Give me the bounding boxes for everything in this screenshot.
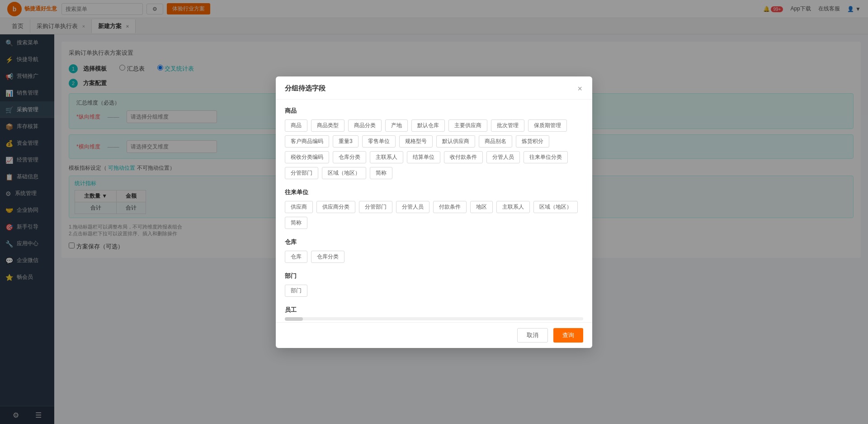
field-tag[interactable]: 炼货积分 [516,135,549,148]
section-title-partner: 往来单位 [285,188,583,196]
field-tag[interactable]: 商品类型 [311,119,344,132]
field-tag[interactable]: 税收分类编码 [285,151,329,163]
field-tag[interactable]: 付款条件 [433,201,467,213]
field-tag[interactable]: 部门 [285,285,307,297]
field-tags-product: 商品商品类型商品分类产地默认仓库主要供应商批次管理保质期管理客户商品编码重量3零… [285,119,583,179]
section-title-employee: 员工 [285,306,583,314]
field-tag[interactable]: 默认供应商 [436,135,475,148]
field-select-modal: 分组待选字段 × 商品商品商品类型商品分类产地默认仓库主要供应商批次管理保质期管… [276,76,592,348]
field-tags-department: 部门 [285,285,583,297]
field-tag[interactable]: 仓库分类 [333,151,366,163]
field-tag[interactable]: 客户商品编码 [285,135,329,148]
modal-footer: 取消 查询 [276,322,592,348]
section-title-warehouse: 仓库 [285,238,583,246]
field-tag[interactable]: 商品 [285,119,307,132]
field-tag[interactable]: 重量3 [333,135,359,148]
field-tag[interactable]: 供应商分类 [316,201,355,213]
field-tag[interactable]: 供应商 [285,201,313,213]
field-tag[interactable]: 默认仓库 [411,119,445,132]
field-tag[interactable]: 分管部门 [359,201,392,213]
section-product: 商品商品商品类型商品分类产地默认仓库主要供应商批次管理保质期管理客户商品编码重量… [285,107,583,179]
modal-title: 分组待选字段 [285,84,326,93]
field-tag[interactable]: 仓库分类 [311,251,344,263]
section-employee: 员工业务员 [285,306,583,318]
section-title-product: 商品 [285,107,583,115]
modal-h-scrollbar[interactable] [285,317,583,320]
field-tag[interactable]: 零售单位 [362,135,396,148]
field-tag[interactable]: 商品分类 [348,119,382,132]
section-warehouse: 仓库仓库仓库分类 [285,238,583,263]
section-department: 部门部门 [285,272,583,297]
field-tag[interactable]: 分管人员 [486,151,520,163]
modal-body[interactable]: 商品商品商品类型商品分类产地默认仓库主要供应商批次管理保质期管理客户商品编码重量… [276,100,592,318]
modal-overlay: 分组待选字段 × 商品商品商品类型商品分类产地默认仓库主要供应商批次管理保质期管… [0,0,868,424]
field-tag[interactable]: 区域（地区） [322,167,366,179]
field-tag[interactable]: 主联系人 [370,151,403,163]
field-tag[interactable]: 产地 [385,119,408,132]
field-tag[interactable]: 批次管理 [491,119,524,132]
field-tag[interactable]: 区域（地区） [533,201,578,213]
cancel-button[interactable]: 取消 [517,328,548,343]
field-tag[interactable]: 收付款条件 [444,151,483,163]
field-tag[interactable]: 商品别名 [479,135,512,148]
field-tag[interactable]: 分管人员 [396,201,429,213]
field-tags-partner: 供应商供应商分类分管部门分管人员付款条件地区主联系人区域（地区）简称 [285,201,583,229]
field-tag[interactable]: 仓库 [285,251,307,263]
field-tag[interactable]: 往来单位分类 [524,151,568,163]
confirm-button[interactable]: 查询 [553,328,583,343]
field-tag[interactable]: 主联系人 [496,201,530,213]
modal-close-btn[interactable]: × [576,84,583,94]
field-tag[interactable]: 分管部门 [285,167,318,179]
section-title-department: 部门 [285,272,583,280]
field-tags-warehouse: 仓库仓库分类 [285,251,583,263]
modal-header: 分组待选字段 × [276,76,592,100]
field-tag[interactable]: 简称 [285,217,307,229]
field-tag[interactable]: 保质期管理 [528,119,567,132]
section-partner: 往来单位供应商供应商分类分管部门分管人员付款条件地区主联系人区域（地区）简称 [285,188,583,229]
field-tag[interactable]: 主要供应商 [448,119,487,132]
field-tag[interactable]: 结算单位 [407,151,440,163]
modal-h-thumb [285,317,303,321]
field-tag[interactable]: 简称 [370,167,392,179]
field-tag[interactable]: 地区 [470,201,493,213]
field-tag[interactable]: 规格型号 [399,135,433,148]
